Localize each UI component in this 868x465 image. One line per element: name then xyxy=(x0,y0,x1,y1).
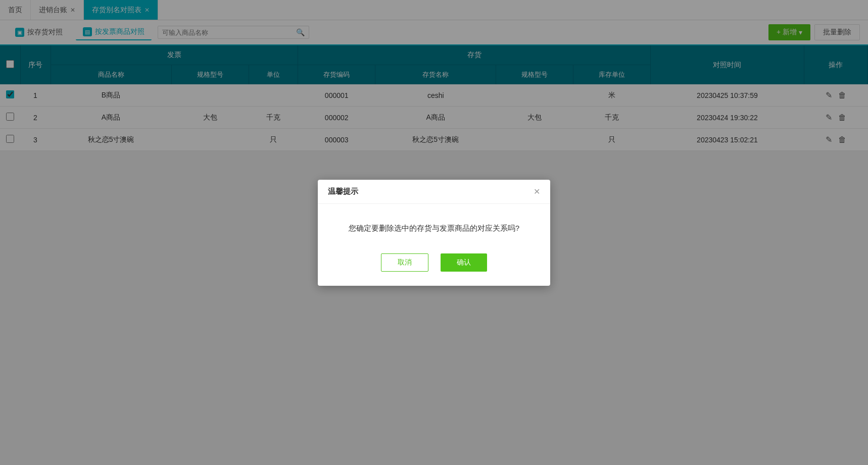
dialog-overlay: 温馨提示 ✕ 您确定要删除选中的存货与发票商品的对应关系吗? 取消 确认 xyxy=(0,0,868,151)
